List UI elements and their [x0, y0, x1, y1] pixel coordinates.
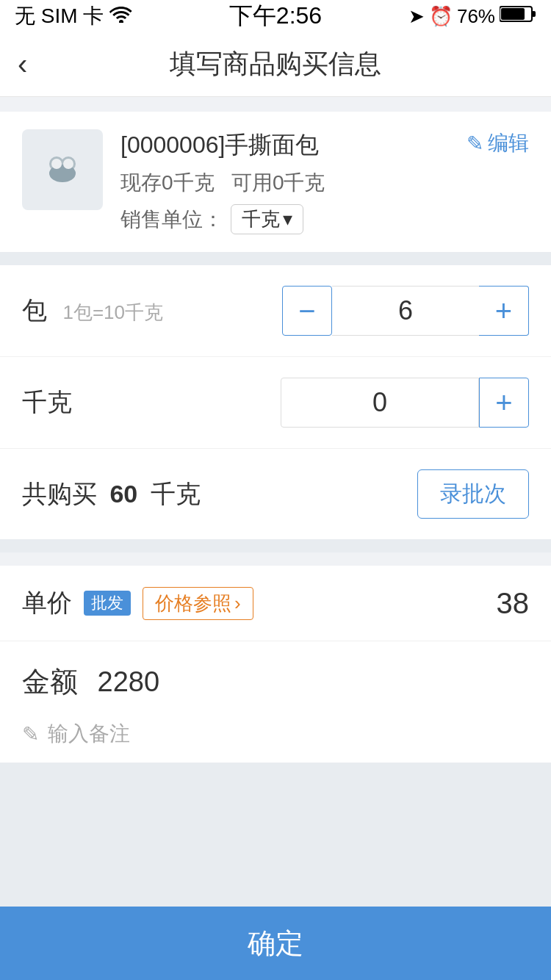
- remark-icon: ✎: [22, 722, 39, 746]
- status-left: 无 SIM 卡: [15, 2, 133, 30]
- status-time: 下午2:56: [229, 0, 322, 32]
- price-value: 38: [497, 587, 530, 620]
- wifi-icon: [109, 4, 133, 28]
- svg-rect-1: [532, 11, 536, 17]
- bao-quantity-control: − +: [282, 286, 529, 336]
- kg-label: 千克: [22, 386, 281, 419]
- product-unit: 销售单位： 千克 ▾: [120, 204, 529, 234]
- edit-button[interactable]: ✎ 编辑: [467, 129, 529, 157]
- svg-rect-2: [501, 8, 525, 20]
- unit-dropdown[interactable]: 千克 ▾: [231, 204, 303, 234]
- product-info: [0000006]手撕面包 ✎ 编辑 现存0千克 可用0千克 销售单位： 千克 …: [120, 129, 529, 234]
- alarm-icon: ⏰: [429, 5, 453, 28]
- amount-value: 2280: [98, 666, 160, 697]
- summary-text: 共购买 60 千克: [22, 478, 201, 511]
- status-bar: 无 SIM 卡 下午2:56 ➤ ⏰ 76%: [0, 0, 551, 32]
- price-tag-pifa: 批发: [84, 591, 131, 616]
- bao-minus-button[interactable]: −: [282, 286, 332, 336]
- remark-label: 输入备注: [48, 720, 130, 748]
- back-button[interactable]: ‹: [18, 48, 27, 81]
- product-name: [0000006]手撕面包: [120, 129, 319, 162]
- summary-row: 共购买 60 千克 录批次: [0, 449, 551, 539]
- divider-1: [0, 252, 551, 265]
- svg-point-6: [51, 159, 62, 169]
- price-left: 单价 批发 价格参照 ›: [22, 586, 253, 620]
- amount-row: 金额 2280: [22, 663, 529, 701]
- page-title: 填写商品购买信息: [170, 46, 381, 82]
- kg-quantity-control: +: [281, 378, 529, 428]
- bao-plus-button[interactable]: +: [479, 286, 529, 336]
- bao-quantity-input[interactable]: [332, 286, 479, 336]
- summary-amount: 60: [109, 480, 137, 508]
- confirm-bar[interactable]: 确定: [0, 907, 551, 980]
- remark-row[interactable]: ✎ 输入备注: [22, 713, 529, 755]
- svg-point-7: [63, 159, 73, 169]
- location-icon: ➤: [408, 5, 425, 28]
- bao-hint: 1包=10千克: [62, 301, 163, 323]
- quantity-row-kg: 千克 +: [0, 357, 551, 449]
- kg-quantity-input[interactable]: [281, 378, 479, 428]
- amount-section: 金额 2280 ✎ 输入备注: [0, 641, 551, 763]
- price-label: 单价: [22, 586, 72, 620]
- status-right: ➤ ⏰ 76%: [408, 5, 536, 28]
- product-stock: 现存0千克 可用0千克: [120, 169, 529, 197]
- divider-2: [0, 539, 551, 552]
- battery-percent: 76%: [457, 5, 495, 28]
- product-image: [22, 129, 103, 210]
- sim-status: 无 SIM 卡: [15, 2, 104, 30]
- confirm-button[interactable]: 确定: [248, 925, 303, 962]
- batch-button[interactable]: 录批次: [417, 469, 529, 519]
- battery-icon: [500, 5, 536, 28]
- quantity-row-bao: 包 1包=10千克 − +: [0, 265, 551, 357]
- chevron-right-icon: ›: [234, 592, 241, 615]
- kg-plus-button[interactable]: +: [479, 378, 529, 428]
- nav-bar: ‹ 填写商品购买信息: [0, 32, 551, 97]
- edit-label: 编辑: [488, 129, 529, 157]
- price-ref-button[interactable]: 价格参照 ›: [143, 587, 253, 620]
- bao-label: 包 1包=10千克: [22, 294, 282, 328]
- chevron-down-icon: ▾: [283, 208, 292, 231]
- product-card: [0000006]手撕面包 ✎ 编辑 现存0千克 可用0千克 销售单位： 千克 …: [0, 112, 551, 252]
- input-section: 包 1包=10千克 − + 千克 +: [0, 265, 551, 449]
- price-section: 单价 批发 价格参照 › 38: [0, 566, 551, 641]
- edit-icon: ✎: [467, 131, 483, 156]
